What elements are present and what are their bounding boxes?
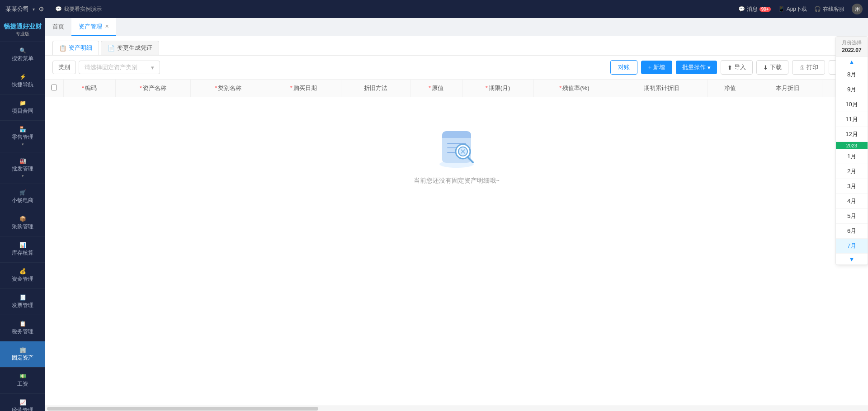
online-service-button[interactable]: 🎧 在线客服	[814, 5, 844, 13]
message-button[interactable]: 💬 消息 99+	[738, 5, 771, 13]
user-avatar[interactable]: 用	[852, 4, 863, 14]
month-item-10[interactable]: 10月	[836, 97, 868, 112]
table-container: *编码 *资产名称 *类别名称 *购买日期 折旧方法 *原值 *期限(月) *残…	[45, 80, 868, 406]
sidebar-item-finance[interactable]: 💰 资金管理	[0, 263, 45, 289]
toolbar-right: 对账 + 新增 批量操作 ▾ ⬆ 导入 ⬇ 下载 🖨	[610, 60, 861, 75]
toolbar: 类别 请选择固定资产类别 ▾ 对账 + 新增 批量操作 ▾ ⬆ 导入	[45, 56, 868, 80]
filter-group: 类别 请选择固定资产类别 ▾	[52, 61, 607, 74]
content-area: 首页 资产管理 ✕ 📋 资产明细 📄 变更生成凭证	[45, 18, 868, 411]
month-item-2[interactable]: 2月	[836, 164, 868, 179]
select-all-checkbox[interactable]	[51, 85, 57, 90]
message-badge: 99+	[760, 7, 771, 12]
sidebar-item-wholesale[interactable]: 🏭 批发管理 ▾	[0, 152, 45, 184]
add-button[interactable]: + 新增	[641, 61, 672, 74]
sidebar-item-inventory[interactable]: 📊 库存核算	[0, 236, 45, 263]
finance-icon: 💰	[19, 268, 26, 274]
sidebar-item-salary[interactable]: 💵 工资	[0, 368, 45, 394]
sidebar-item-retail[interactable]: 🏪 零售管理 ▾	[0, 121, 45, 152]
month-panel-title-label: 月份选择	[840, 39, 864, 46]
col-purchasedate: *购买日期	[266, 80, 341, 97]
header-left: 某某公司 ▾ ⚙ 💬 我要看实例演示	[5, 5, 738, 13]
main-layout: 畅捷通好业财 专业版 🔍 搜索菜单 ⚡ 快捷导航 📁 项目合同 🏪 零售管理 ▾…	[0, 18, 868, 411]
sidebar-logo: 畅捷通好业财 专业版	[0, 18, 45, 42]
duizhang-button[interactable]: 对账	[610, 60, 637, 75]
subtab-assetdetail[interactable]: 📋 资产明细	[52, 41, 99, 55]
scroll-bar[interactable]	[45, 406, 868, 411]
settings-icon[interactable]: ⚙	[38, 5, 44, 13]
month-item-7[interactable]: 7月	[836, 239, 868, 254]
month-panel-year: 2022.07	[840, 47, 864, 53]
month-item-12[interactable]: 12月	[836, 127, 868, 142]
project-icon: 📁	[19, 100, 26, 106]
page-content: 📋 资产明细 📄 变更生成凭证 类别 请选择固定资产类别 ▾	[45, 36, 868, 411]
month-item-4[interactable]: 4月	[836, 194, 868, 209]
month-item-3[interactable]: 3月	[836, 179, 868, 194]
quicknav-icon: ⚡	[19, 74, 26, 80]
salary-icon: 💵	[19, 373, 26, 379]
sidebar-item-search[interactable]: 🔍 搜索菜单	[0, 42, 45, 68]
assetdetail-icon: 📋	[59, 45, 66, 52]
sidebar-item-invoice[interactable]: 🧾 发票管理	[0, 289, 45, 315]
service-icon: 🎧	[814, 6, 821, 12]
empty-text: 当前您还没有固定资产明细哦~	[414, 177, 500, 185]
logo-subtitle: 专业版	[4, 31, 42, 37]
scroll-thumb[interactable]	[47, 407, 318, 411]
sidebar: 畅捷通好业财 专业版 🔍 搜索菜单 ⚡ 快捷导航 📁 项目合同 🏪 零售管理 ▾…	[0, 18, 45, 411]
retail-icon: 🏪	[19, 126, 26, 132]
col-netvalue: 净值	[708, 80, 753, 97]
sidebar-item-ecommerce[interactable]: 🛒 小畅电商	[0, 184, 45, 210]
asset-table: *编码 *资产名称 *类别名称 *购买日期 折旧方法 *原值 *期限(月) *残…	[45, 80, 868, 212]
month-panel: 月份选择 2022.07 ▲ 8月 9月 10月 11月 12月 2023 1月…	[835, 36, 868, 265]
sidebar-item-quicknav[interactable]: ⚡ 快捷导航	[0, 68, 45, 94]
col-depreciation: 折旧方法	[341, 80, 410, 97]
app-download-button[interactable]: 📱 App下载	[778, 5, 807, 13]
tax-icon: 📋	[19, 321, 26, 327]
month-item-11[interactable]: 11月	[836, 112, 868, 127]
sidebar-item-project[interactable]: 📁 项目合同	[0, 94, 45, 121]
operation-icon: 📈	[19, 399, 26, 406]
print-button[interactable]: 🖨 打印	[792, 60, 825, 75]
month-item-5[interactable]: 5月	[836, 209, 868, 224]
col-accumdepreciation: 期初累计折旧	[615, 80, 708, 97]
company-name: 某某公司	[5, 5, 29, 13]
top-header: 某某公司 ▾ ⚙ 💬 我要看实例演示 💬 消息 99+ 📱 App下载 🎧 在线…	[0, 0, 868, 18]
empty-state: 当前您还没有固定资产明细哦~	[45, 97, 868, 212]
sidebar-item-purchase[interactable]: 📦 采购管理	[0, 210, 45, 236]
tab-home[interactable]: 首页	[45, 18, 71, 36]
month-down-icon[interactable]: ▼	[849, 255, 855, 263]
download-button[interactable]: ⬇ 下载	[756, 60, 788, 75]
sidebar-item-fixedassets[interactable]: 🏢 固定资产	[0, 341, 45, 368]
mobile-icon: 📱	[778, 6, 785, 12]
month-up-icon[interactable]: ▲	[849, 58, 855, 66]
filter-select[interactable]: 请选择固定资产类别 ▾	[79, 61, 160, 74]
tab-assetmgmt[interactable]: 资产管理 ✕	[71, 18, 116, 36]
col-originalvalue: *原值	[410, 80, 462, 97]
import-button[interactable]: ⬆ 导入	[721, 60, 753, 75]
demo-link[interactable]: 💬 我要看实例演示	[55, 5, 102, 13]
month-item-6[interactable]: 6月	[836, 224, 868, 239]
tab-close-icon[interactable]: ✕	[105, 24, 109, 29]
sidebar-item-operation[interactable]: 📈 经营管理	[0, 394, 45, 411]
purchase-icon: 📦	[19, 216, 26, 222]
sidebar-item-tax[interactable]: 📋 税务管理	[0, 315, 45, 341]
month-item-8[interactable]: 8月	[836, 67, 868, 82]
changevoucher-icon: 📄	[108, 45, 115, 52]
search-icon: 🔍	[19, 47, 26, 54]
import-icon: ⬆	[727, 64, 732, 71]
wholesale-arrow-icon: ▾	[22, 174, 24, 178]
company-dropdown-icon[interactable]: ▾	[33, 7, 35, 12]
col-category: *类别名称	[191, 80, 266, 97]
col-checkbox[interactable]	[45, 80, 63, 97]
month-item-1[interactable]: 1月	[836, 149, 868, 164]
month-item-9[interactable]: 9月	[836, 82, 868, 97]
year-badge-2023: 2023	[836, 142, 868, 149]
sub-tabs: 📋 资产明细 📄 变更生成凭证	[45, 36, 868, 56]
filter-label[interactable]: 类别	[52, 61, 76, 74]
batch-button[interactable]: 批量操作 ▾	[676, 61, 717, 74]
download-icon: ⬇	[763, 64, 768, 71]
subtab-changevoucher[interactable]: 📄 变更生成凭证	[101, 41, 159, 55]
col-period: *期限(月)	[462, 80, 533, 97]
month-list: 8月 9月 10月 11月 12月 2023 1月 2月 3月 4月 5月 6月…	[836, 67, 868, 254]
month-panel-header: 月份选择 2022.07	[836, 37, 868, 57]
filter-placeholder: 请选择固定资产类别	[85, 63, 137, 71]
